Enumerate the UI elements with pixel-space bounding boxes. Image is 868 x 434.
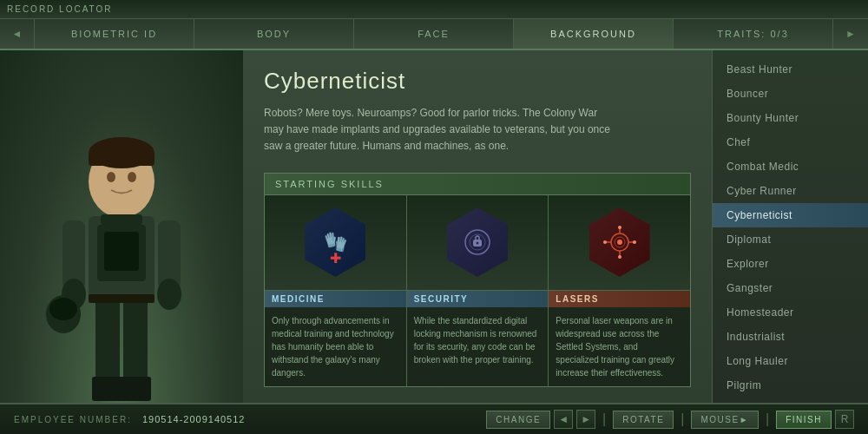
svg-point-35 — [603, 240, 607, 244]
skills-header: STARTING SKILLS — [265, 174, 690, 195]
svg-point-28 — [617, 240, 622, 245]
skill-lasers-desc: Personal laser weapons are in widespread… — [549, 307, 690, 386]
background-description: Robots? Mere toys. Neuroamps? Good for p… — [264, 105, 611, 155]
rotate-button[interactable]: ROTATE — [613, 411, 674, 429]
info-panel: Cyberneticist Robots? Mere toys. Neuroam… — [243, 50, 712, 403]
main-content: Cyberneticist Robots? Mere toys. Neuroam… — [0, 50, 868, 403]
svg-rect-19 — [89, 294, 155, 303]
bg-item-beast-hunter[interactable]: Beast Hunter — [713, 57, 868, 82]
svg-rect-6 — [104, 232, 139, 271]
bg-item-gangster[interactable]: Gangster — [713, 276, 868, 300]
background-title: Cyberneticist — [264, 68, 691, 95]
svg-point-15 — [107, 172, 115, 182]
bg-item-cyber-runner[interactable]: Cyber Runner — [713, 179, 868, 203]
skill-security-icon-area — [407, 195, 549, 291]
bg-item-long-hauler[interactable]: Long Hauler — [713, 349, 868, 373]
svg-point-18 — [49, 298, 77, 320]
tab-traits[interactable]: TRAITS: 0/3 — [674, 19, 833, 49]
top-bar: RECORD LOCATOR — [0, 0, 868, 19]
skill-lasers: LASERS Personal laser weapons are in wid… — [549, 195, 690, 386]
record-locator-title: RECORD LOCATOR — [7, 4, 113, 14]
badge-medicine: 🧤 ✚ — [305, 207, 365, 277]
skill-lasers-icon-area — [549, 195, 690, 291]
skill-medicine-desc: Only through advancements in medical tra… — [265, 307, 406, 386]
change-button[interactable]: CHANGE — [486, 411, 550, 429]
tab-body[interactable]: BODY — [194, 19, 354, 49]
skill-security-desc: While the standardized digital locking m… — [407, 307, 549, 386]
employee-number: 190514-2009140512 — [142, 414, 246, 424]
svg-rect-2 — [92, 377, 123, 401]
laser-icon — [603, 224, 636, 260]
separator3: | — [766, 411, 769, 427]
nav-right-arrow[interactable]: ► — [833, 19, 868, 49]
bg-item-combat-medic[interactable]: Combat Medic — [713, 155, 868, 179]
mouse-button[interactable]: MOUSE► — [691, 411, 759, 429]
skill-medicine-icon-area: 🧤 ✚ — [265, 195, 406, 291]
tab-background[interactable]: BACKGROUND — [514, 19, 674, 49]
employee-label: EMPLOYEE NUMBER: — [14, 415, 132, 424]
skill-lasers-name: LASERS — [549, 291, 690, 307]
finish-button[interactable]: FINISH — [776, 411, 832, 429]
bottom-bar: EMPLOYEE NUMBER: 190514-2009140512 CHANG… — [0, 403, 868, 434]
character-panel — [0, 50, 243, 403]
skill-medicine: 🧤 ✚ MEDICINE Only through advancements i… — [265, 195, 407, 386]
badge-security — [447, 207, 508, 277]
svg-point-34 — [618, 255, 621, 259]
bg-item-cyberneticist[interactable]: Cyberneticist — [713, 203, 868, 227]
skills-section: STARTING SKILLS 🧤 ✚ MEDICINE Only throug… — [264, 173, 691, 387]
svg-rect-14 — [89, 153, 155, 166]
skill-security: SECURITY While the standardized digital … — [407, 195, 549, 386]
nav-left-arrow[interactable]: ◄ — [0, 19, 35, 49]
badge-lasers — [589, 207, 650, 277]
tab-biometric[interactable]: BIOMETRIC ID — [35, 19, 194, 49]
separator2: | — [681, 411, 684, 427]
svg-point-25 — [477, 242, 479, 245]
bg-item-bounty-hunter[interactable]: Bounty Hunter — [713, 106, 868, 130]
next-arrow-button[interactable]: ► — [576, 410, 595, 429]
skills-grid: 🧤 ✚ MEDICINE Only through advancements i… — [265, 195, 690, 386]
nav-tabs: ◄ BIOMETRIC ID BODY FACE BACKGROUND TRAI… — [0, 19, 868, 50]
skill-medicine-name: MEDICINE — [265, 291, 406, 307]
skill-security-name: SECURITY — [407, 291, 549, 307]
svg-rect-20 — [101, 214, 142, 225]
svg-point-36 — [633, 240, 636, 244]
bg-item-pilgrim[interactable]: Pilgrim — [713, 373, 868, 398]
bg-item-industrialist[interactable]: Industrialist — [713, 325, 868, 349]
bg-item-diplomat[interactable]: Diplomat — [713, 227, 868, 252]
svg-rect-3 — [120, 377, 151, 401]
tab-face[interactable]: FACE — [354, 19, 514, 49]
bg-item-bouncer[interactable]: Bouncer — [713, 82, 868, 106]
svg-point-10 — [157, 279, 181, 310]
svg-point-16 — [128, 172, 136, 182]
finish-key: R — [835, 410, 854, 429]
prev-arrow-button[interactable]: ◄ — [554, 410, 573, 429]
background-list: Beast Hunter Bouncer Bounty Hunter Chef … — [712, 50, 868, 403]
bg-item-chef[interactable]: Chef — [713, 130, 868, 155]
separator1: | — [602, 411, 606, 427]
bg-item-homesteader[interactable]: Homesteader — [713, 300, 868, 325]
bottom-buttons: CHANGE ◄ ► | ROTATE | MOUSE► | FINISH R — [486, 410, 854, 429]
bg-item-explorer[interactable]: Explorer — [713, 252, 868, 276]
character-figure — [26, 90, 217, 403]
svg-point-33 — [618, 226, 621, 229]
lock-icon — [462, 225, 493, 260]
